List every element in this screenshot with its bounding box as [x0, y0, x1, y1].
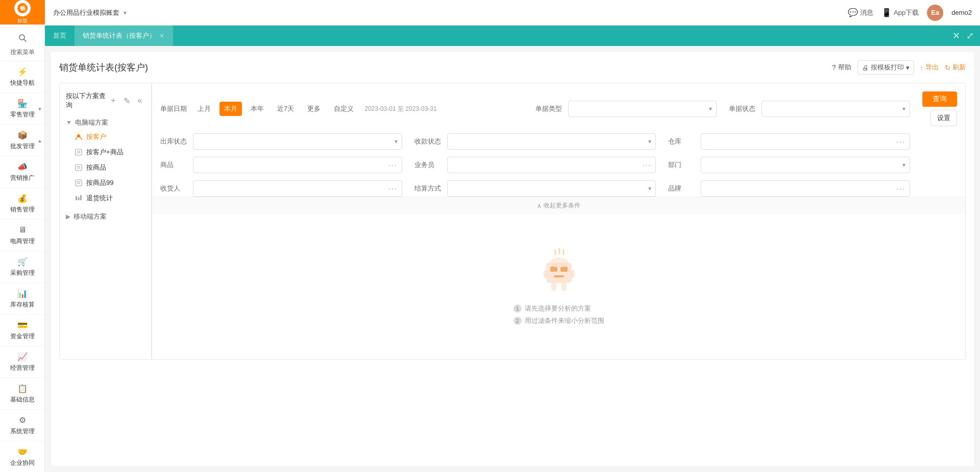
tab-sales-stat[interactable]: 销货单统计表（按客户） × [75, 26, 173, 46]
date-btn-last-month[interactable]: 上月 [193, 102, 215, 116]
salesperson-input[interactable]: ··· [447, 157, 656, 173]
dept-arrow: ▾ [902, 161, 905, 169]
sidebar-item-finance[interactable]: 💳 资金管理 [0, 315, 44, 346]
scheme-mobile-title: 移动端方案 [74, 212, 107, 221]
sidebar-item-marketing[interactable]: 📣 营销推广 [0, 156, 44, 188]
enterprise-icon: 🤝 [17, 446, 28, 457]
sidebar-item-retail[interactable]: 🏪 零售管理 ▼ [0, 93, 44, 125]
empty-state: 1 请先选择要分析的方案 2 用过滤条件来缩小分析范围 [152, 214, 965, 359]
doc-type-label: 单据类型 [535, 104, 564, 113]
scheme-item-by-customer-goods[interactable]: 按客户+商品 [60, 145, 151, 160]
filter-brand-item: 品牌 ··· [668, 180, 910, 197]
scheme-mobile-header[interactable]: ▶ 移动端方案 [60, 210, 151, 223]
doc-type-input[interactable]: ▾ [568, 101, 717, 117]
svg-point-25 [550, 257, 568, 268]
query-action-col: 查询 设置 [916, 91, 957, 126]
tab-sales-stat-label: 销货单统计表（按客户） [83, 31, 156, 40]
scheme-collapse-btn[interactable]: « [135, 96, 145, 106]
receipt-status-label: 收款状态 [414, 137, 443, 146]
page-inner: 销货单统计表(按客户) ? 帮助 🖨 按模板打印 ▾ ↑ 导出 [51, 52, 974, 466]
help-btn[interactable]: ? 帮助 [832, 63, 851, 72]
enterprise-label: 企业协同 [10, 459, 35, 467]
sidebar-item-enterprise[interactable]: 🤝 企业协同 [0, 441, 44, 472]
sidebar-item-quick-nav[interactable]: ⚡ 快捷导航 [0, 61, 44, 93]
filter-section: 单据日期 上月 本月 本年 近7天 更多 自定义 2023-03-01 至 20… [152, 83, 965, 197]
refresh-btn[interactable]: ↻ 刷新 [945, 63, 966, 72]
marketing-icon: 📣 [17, 161, 28, 172]
brand-input[interactable]: ··· [701, 180, 910, 197]
sidebar-item-system[interactable]: ⚙ 系统管理 [0, 410, 44, 441]
inventory-icon: 📊 [17, 288, 28, 298]
empty-tips: 1 请先选择要分析的方案 2 用过滤条件来缩小分析范围 [513, 304, 604, 328]
export-btn[interactable]: ↑ 导出 [920, 63, 939, 72]
search-menu-label: 搜索菜单 [10, 48, 35, 57]
tab-close-all-btn[interactable]: ✕ [950, 28, 962, 43]
refresh-icon: ↻ [945, 64, 950, 72]
receipt-status-arrow: ▾ [648, 138, 651, 145]
purchase-icon: 🛒 [17, 256, 28, 267]
sidebar-item-ecommerce[interactable]: 🖥 电商管理 [0, 220, 44, 251]
by-customer-goods-label: 按客户+商品 [86, 148, 124, 157]
receiver-input[interactable]: ··· [193, 180, 402, 197]
query-btn[interactable]: 查询 [922, 91, 957, 107]
date-btn-this-year[interactable]: 本年 [246, 102, 268, 116]
scheme-add-btn[interactable]: + [108, 96, 118, 106]
out-status-input[interactable]: ▾ [193, 133, 402, 150]
by-customer-goods-icon [74, 149, 83, 156]
sidebar-search-item[interactable]: 搜索菜单 [0, 25, 44, 61]
receipt-status-input[interactable]: ▾ [447, 133, 656, 150]
date-btn-more[interactable]: 更多 [303, 102, 325, 116]
help-label: 帮助 [838, 63, 851, 72]
tab-close-btn[interactable]: × [159, 31, 165, 41]
sidebar-item-wholesale[interactable]: 📦 批发管理 ▲ [0, 125, 44, 156]
warehouse-label: 仓库 [668, 137, 697, 146]
sidebar-item-inventory[interactable]: 📊 库存核算 [0, 283, 44, 315]
template-print-arrow: ▾ [906, 64, 910, 72]
doc-status-input[interactable]: ▾ [762, 101, 910, 117]
svg-rect-15 [78, 197, 80, 200]
template-print-icon: 🖨 [862, 64, 869, 72]
app-title: 办公用品行业模拟账套 [53, 8, 119, 17]
template-print-btn[interactable]: 🖨 按模板打印 ▾ [857, 60, 914, 75]
sidebar-item-sales[interactable]: 💰 销售管理 [0, 188, 44, 220]
scheme-panel-title: 按以下方案查询 [66, 91, 108, 110]
sidebar-item-purchase[interactable]: 🛒 采购管理 [0, 251, 44, 283]
query-area: 单据日期 上月 本月 本年 近7天 更多 自定义 2023-03-01 至 20… [152, 83, 965, 359]
app-download-btn[interactable]: 📱 App下载 [881, 8, 919, 17]
scheme-header: 按以下方案查询 + ✎ « [60, 87, 151, 114]
sidebar-item-operation[interactable]: 📈 经营管理 [0, 346, 44, 378]
scheme-mobile-section: ▶ 移动端方案 [60, 208, 151, 225]
sidebar-logo[interactable]: 畅 标版 [0, 0, 45, 25]
user-avatar[interactable]: Ea [927, 5, 943, 21]
goods-input[interactable]: ··· [193, 157, 402, 173]
scheme-item-by-customer[interactable]: 按客户 [60, 129, 151, 145]
date-btn-last-7[interactable]: 近7天 [273, 102, 299, 116]
user-name[interactable]: demo2 [951, 9, 972, 16]
collapse-bar[interactable]: ∧ 收起更多条件 [152, 197, 965, 214]
scheme-item-return-stat[interactable]: 退货统计 [60, 191, 151, 206]
svg-text:畅: 畅 [19, 5, 25, 11]
scheme-item-by-goods[interactable]: 按商品 [60, 160, 151, 175]
finance-icon: 💳 [17, 320, 28, 330]
date-btn-this-month[interactable]: 本月 [219, 102, 242, 116]
settlement-input[interactable]: ▾ [447, 180, 656, 197]
app-title-dropdown[interactable]: ▾ [124, 9, 127, 16]
dept-input[interactable]: ▾ [701, 157, 910, 173]
tab-home[interactable]: 首页 [45, 26, 75, 46]
warehouse-input[interactable]: ··· [701, 133, 910, 150]
scheme-desktop-header[interactable]: ▼ 电脑端方案 [60, 116, 151, 129]
settings-btn[interactable]: 设置 [930, 110, 957, 126]
ecommerce-label: 电商管理 [10, 237, 35, 246]
date-btn-custom[interactable]: 自定义 [329, 102, 358, 116]
scheme-edit-btn[interactable]: ✎ [121, 96, 132, 106]
filter-row-4: 收货人 ··· 结算方式 ▾ [160, 180, 957, 197]
sidebar-item-basic[interactable]: 📋 基础信息 [0, 378, 44, 410]
scheme-item-by-goods-99[interactable]: 按商品99 [60, 175, 151, 191]
salesperson-dots: ··· [643, 161, 652, 169]
tab-restore-btn[interactable]: ⤢ [964, 28, 976, 43]
svg-rect-5 [76, 149, 82, 155]
message-btn[interactable]: 💬 消息 [848, 8, 873, 17]
svg-rect-16 [80, 195, 82, 200]
search-icon[interactable] [13, 29, 32, 47]
filter-salesperson-item: 业务员 ··· [414, 157, 656, 173]
